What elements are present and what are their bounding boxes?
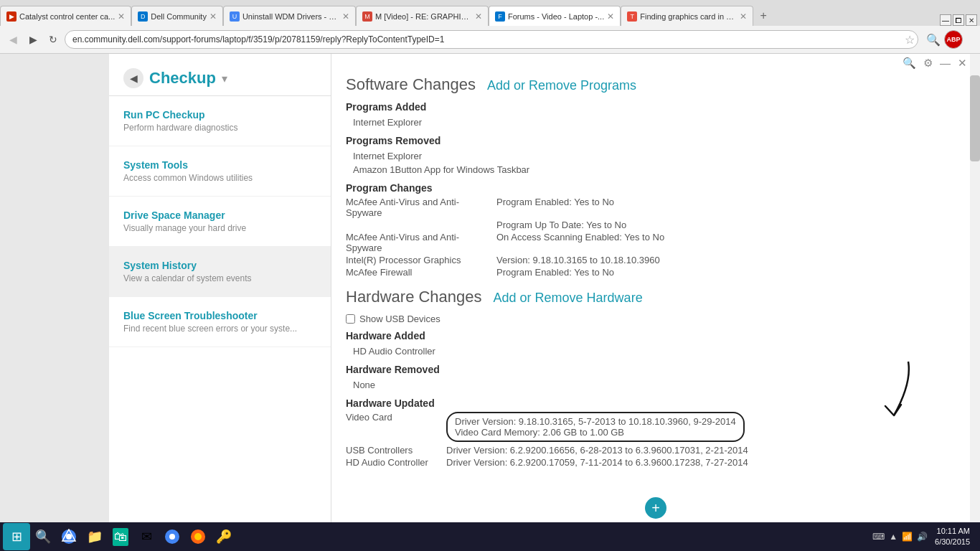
hd-audio-label: HD Audio Controller [346,457,439,468]
programs-removed-item-1: Amazon 1Button App for Windows Taskbar [346,163,966,176]
bookmark-icon[interactable]: ☆ [901,31,918,48]
tab-5-favicon: F [495,11,505,22]
tab-4-favicon: M [362,11,372,22]
sidebar-item-desc-blue-screen: Find recent blue screen errors or your s… [123,324,316,334]
chrome-icon [61,529,77,545]
program-change-2-name: McAfee Anti-Virus and Anti-Spyware [346,232,489,253]
svg-point-5 [194,533,202,540]
settings-content-icon[interactable]: ⚙ [923,57,933,70]
tab-1-close[interactable]: ✕ [118,11,125,22]
sidebar-item-drive-space[interactable]: Drive Space Manager Visually manage your… [109,197,331,247]
taskbar-icon-chrome[interactable] [56,524,82,550]
minimize-content-icon[interactable]: — [940,57,951,70]
programs-added-item-0: Internet Explorer [346,116,966,129]
programs-added-heading: Programs Added [346,101,966,113]
sidebar: ◀ Checkup ▾ Run PC Checkup Perform hardw… [109,54,331,523]
content-topbar-icons: 🔍 ⚙ — ✕ [903,57,967,70]
program-change-3: Intel(R) Processor Graphics Version: 9.1… [346,255,966,265]
video-card-detail-block: Driver Version: 9.18.10.3165, 5-7-2013 t… [446,412,745,442]
add-remove-programs-link[interactable]: Add or Remove Programs [487,78,636,93]
video-card-detail-line1: Driver Version: 9.18.10.3165, 5-7-2013 t… [455,416,736,427]
tab-6-close[interactable]: ✕ [740,11,747,22]
tab-6-title: Finding graphics card in b... [640,12,737,21]
taskbar-icon-store[interactable]: 🛍 [108,524,133,550]
scrollbar-thumb[interactable] [970,75,980,161]
store-taskbar-icon: 🛍 [113,528,128,546]
usb-controllers-detail: Driver Version: 6.2.9200.16656, 6-28-201… [446,445,748,456]
taskbar-icon-firefox[interactable] [185,524,211,550]
address-input[interactable] [65,30,918,49]
tab-6[interactable]: T Finding graphics card in b... ✕ [621,6,753,26]
show-usb-checkbox[interactable] [346,314,355,324]
tab-4-close[interactable]: ✕ [475,11,482,22]
programs-removed-heading: Programs Removed [346,135,966,146]
sidebar-item-blue-screen[interactable]: Blue Screen Troubleshooter Find recent b… [109,297,331,347]
hardware-added-item-0: HD Audio Controller [346,344,966,358]
sidebar-item-system-history[interactable]: System History View a calendar of system… [109,247,331,297]
program-changes-list: McAfee Anti-Virus and Anti-Spyware Progr… [346,197,966,278]
firefox-icon [190,529,206,545]
minimize-button[interactable]: — [940,14,951,26]
hd-audio-detail: Driver Version: 6.2.9200.17059, 7-11-201… [446,457,748,468]
sidebar-item-system-tools[interactable]: System Tools Access common Windows utili… [109,146,331,197]
sidebar-item-title-system-history: System History [123,260,316,271]
adblock-icon[interactable]: ABP [944,30,963,49]
tab-1[interactable]: ▶ Catalyst control center ca... ✕ [0,6,131,26]
sidebar-header: ◀ Checkup ▾ [109,54,331,95]
sidebar-dropdown-icon[interactable]: ▾ [222,72,227,85]
forward-button[interactable]: ▶ [24,31,42,48]
tray-icon-volume: 🔊 [917,532,928,542]
tab-3[interactable]: U Uninstall WDM Drivers - P... ✕ [223,6,356,26]
hardware-updated-heading: Hardware Updated [346,397,966,409]
program-change-3-name: Intel(R) Processor Graphics [346,255,489,265]
tab-5-close[interactable]: ✕ [607,11,614,22]
address-bar-row: ◀ ▶ ↻ ☆ 🔍 ABP [0,26,980,53]
sidebar-item-title-drive-space: Drive Space Manager [123,209,316,221]
start-menu-button[interactable]: ⊞ [3,523,30,550]
tab-bar: ▶ Catalyst control center ca... ✕ D Dell… [0,0,980,26]
video-card-detail-line2: Video Card Memory: 2.06 GB to 1.00 GB [455,427,736,438]
taskbar-icon-key[interactable]: 🔑 [211,524,237,550]
close-content-icon[interactable]: ✕ [958,57,967,70]
windows-start-icon: ⊞ [11,529,22,545]
tab-4[interactable]: M M [Video] - RE: GRAPHIC CA... ✕ [356,6,489,26]
add-button[interactable]: + [645,497,666,519]
sidebar-back-button[interactable]: ◀ [123,68,143,88]
program-change-1-name [346,220,489,230]
close-window-button[interactable]: ✕ [966,14,977,26]
software-changes-title: Software Changes [346,75,476,94]
hardware-changes-title: Hardware Changes [346,288,482,306]
taskbar-icon-email[interactable]: ✉ [133,524,159,550]
tab-6-favicon: T [627,11,637,22]
maximize-button[interactable]: ⧠ [953,14,964,26]
search-icon[interactable]: 🔍 [924,30,943,49]
new-tab-button[interactable]: + [753,6,773,26]
program-change-2: McAfee Anti-Virus and Anti-Spyware On Ac… [346,232,966,253]
add-remove-hardware-link[interactable]: Add or Remove Hardware [494,291,643,306]
usb-controllers-label: USB Controllers [346,445,439,456]
tab-2[interactable]: D Dell Community ✕ [131,6,223,26]
hardware-changes-header: Hardware Changes Add or Remove Hardware [346,288,966,306]
back-button[interactable]: ◀ [4,31,22,48]
program-change-0: McAfee Anti-Virus and Anti-Spyware Progr… [346,197,966,218]
tab-2-close[interactable]: ✕ [209,11,217,22]
show-usb-row: Show USB Devices [346,314,966,324]
taskbar-icon-folder[interactable]: 📁 [82,524,108,550]
sidebar-item-run-pc-checkup[interactable]: Run PC Checkup Perform hardware diagnost… [109,96,331,146]
search-content-icon[interactable]: 🔍 [903,57,916,70]
tab-5[interactable]: F Forums - Video - Laptop -... ✕ [489,6,621,26]
taskbar-icon-search[interactable]: 🔍 [30,524,56,550]
tab-5-title: Forums - Video - Laptop -... [508,12,604,21]
reload-button[interactable]: ↻ [44,31,62,48]
left-margin [0,54,109,523]
svg-point-3 [169,534,175,540]
show-usb-label: Show USB Devices [359,314,440,324]
taskbar-icon-chrome2[interactable] [159,524,185,550]
program-changes-heading: Program Changes [346,182,966,194]
tab-3-close[interactable]: ✕ [342,11,349,22]
tab-4-title: M [Video] - RE: GRAPHIC CA... [375,12,472,21]
back-arrow-icon: ◀ [130,72,138,84]
scrollbar-track [970,54,980,523]
taskbar-right: ⌨ ▲ 📶 🔊 10:11 AM 6/30/2015 [872,526,977,548]
program-change-1-detail: Program Up To Date: Yes to No [496,220,626,230]
